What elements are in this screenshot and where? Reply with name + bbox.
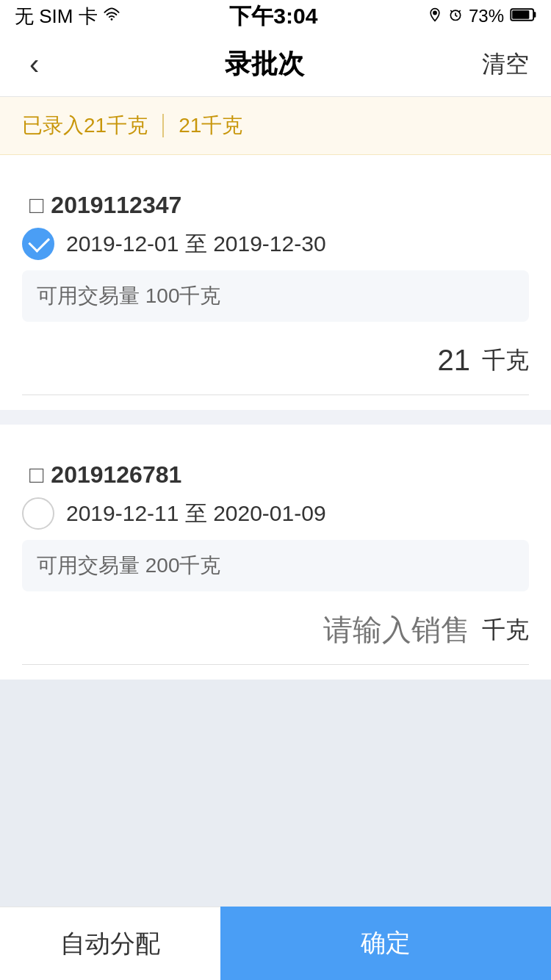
batch-2-available: 可用交易量 200千克	[22, 540, 529, 591]
nav-bar: ‹ 录批次 清空	[0, 32, 551, 97]
section-separator-1	[0, 410, 551, 425]
batch-2-date: 2019-12-11 至 2020-01-09	[66, 499, 326, 529]
batch-1-available: 可用交易量 100千克	[22, 270, 529, 322]
batch-1-card: □ 2019112347 2019-12-01 至 2019-12-30 可用交…	[0, 155, 551, 410]
svg-rect-5	[512, 10, 529, 19]
clear-button[interactable]: 清空	[482, 48, 529, 81]
page-title: 录批次	[225, 46, 304, 82]
status-time: 下午3:04	[229, 1, 317, 32]
batch-2-qty-input[interactable]	[323, 613, 470, 646]
batch-1-row[interactable]: 2019-12-01 至 2019-12-30	[22, 228, 529, 260]
recorded-value: 21千克	[179, 112, 242, 140]
batch-1-header: □ 2019112347	[22, 192, 529, 219]
batch-1-id: 2019112347	[51, 192, 181, 219]
auto-distribute-button[interactable]: 自动分配	[0, 907, 220, 980]
alarm-icon	[448, 6, 463, 26]
svg-point-1	[433, 11, 436, 14]
batch-2-radio[interactable]	[22, 497, 54, 530]
banner-divider	[162, 114, 164, 137]
svg-point-0	[110, 18, 112, 21]
batch-1-icon: □	[29, 192, 43, 219]
status-bar: 无 SIM 卡 下午3:04 73%	[0, 0, 551, 32]
batch-2-qty-unit: 千克	[482, 614, 529, 646]
batch-2-card: □ 2019126781 2019-12-11 至 2020-01-09 可用交…	[0, 425, 551, 680]
batch-2-icon: □	[29, 461, 43, 489]
batch-2-qty-row[interactable]: 千克	[22, 602, 529, 665]
batch-1-item: □ 2019112347 2019-12-01 至 2019-12-30 可用交…	[22, 177, 529, 410]
batch-1-radio[interactable]	[22, 228, 54, 260]
battery-icon	[510, 6, 536, 26]
batch-2-item: □ 2019126781 2019-12-11 至 2020-01-09 可用交…	[22, 447, 529, 680]
gray-area	[0, 680, 551, 929]
location-icon	[428, 6, 442, 26]
status-right: 73%	[428, 6, 536, 26]
batch-1-qty-value: 21	[438, 344, 471, 377]
wifi-icon	[104, 5, 120, 28]
confirm-button[interactable]: 确定	[220, 907, 551, 980]
recorded-label: 已录入21千克	[22, 112, 148, 140]
batch-2-row[interactable]: 2019-12-11 至 2020-01-09	[22, 497, 529, 530]
info-banner: 已录入21千克 21千克	[0, 97, 551, 155]
back-button[interactable]: ‹	[22, 40, 46, 88]
batch-1-date: 2019-12-01 至 2019-12-30	[66, 229, 326, 259]
batch-1-qty-row: 21 千克	[22, 332, 529, 395]
status-left: 无 SIM 卡	[15, 4, 120, 29]
batch-2-id: 2019126781	[51, 461, 181, 489]
batch-1-qty-unit: 千克	[482, 345, 529, 377]
svg-rect-4	[533, 12, 536, 18]
battery-text: 73%	[469, 6, 504, 26]
bottom-bar: 自动分配 确定	[0, 907, 551, 980]
sim-text: 无 SIM 卡	[15, 4, 98, 29]
batch-2-header: □ 2019126781	[22, 461, 529, 489]
